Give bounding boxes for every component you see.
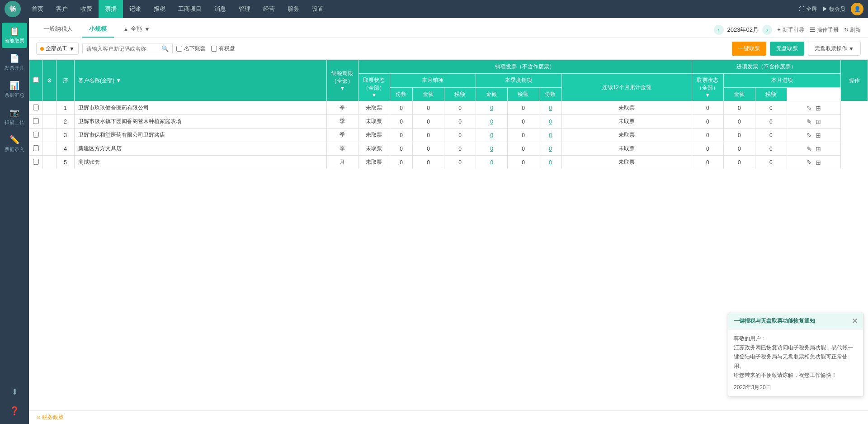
row-cumulative: 0 (539, 129, 561, 142)
row-sales-status: 未取票 (358, 129, 390, 142)
one-click-button[interactable]: 一键取票 (732, 42, 766, 56)
search-icon[interactable]: 🔍 (161, 45, 169, 52)
edit-icon[interactable]: ✎ (807, 118, 812, 125)
row-check[interactable] (29, 101, 43, 115)
sidebar-item-bottom-settings[interactable]: ⬇ (2, 383, 27, 400)
nav-item-settings[interactable]: 设置 (306, 0, 330, 18)
sidebar-item-label: 智能取票 (5, 38, 24, 44)
nav-item-operate[interactable]: 经营 (257, 0, 281, 18)
row-settings (43, 156, 57, 169)
filter-taxdisk-label: 有税盘 (219, 45, 235, 52)
edit-icon[interactable]: ✎ (807, 105, 812, 112)
filter-taxdisk[interactable]: 有税盘 (211, 45, 235, 52)
th-settings: ⚙ (43, 60, 57, 101)
nav-item-fee[interactable]: 收费 (74, 0, 99, 18)
sidebar-item-help[interactable]: ❓ (2, 402, 27, 419)
member-button[interactable]: ▶ 畅会员 (822, 5, 845, 13)
no-disk-button[interactable]: 无盘取票 (770, 42, 804, 56)
row-check[interactable] (29, 129, 43, 142)
sidebar-item-scan[interactable]: 📷 扫描上传 (2, 104, 27, 129)
search-box: 🔍 (82, 43, 173, 54)
nav-item-message[interactable]: 消息 (208, 0, 232, 18)
edit-icon[interactable]: ✎ (807, 159, 812, 166)
sidebar-item-entry[interactable]: ✏️ 票据录入 (2, 131, 27, 157)
row-purchase-amount: 0 (723, 115, 755, 129)
filter-account[interactable]: 名下账套 (176, 45, 206, 52)
row-check[interactable] (29, 156, 43, 169)
select-all-checkbox[interactable] (33, 77, 39, 83)
detail-icon[interactable]: ⊞ (816, 118, 821, 125)
toolbar-right: 一键取票 无盘取票 无盘取票操作 ▼ (732, 42, 861, 56)
sidebar-item-issue-invoice[interactable]: 📄 发票开具 (2, 50, 27, 75)
nav-item-tax[interactable]: 报税 (147, 0, 172, 18)
row-name: 卫辉市玖玖健合医药有限公司 (75, 101, 327, 115)
row-name: 卫辉市汲水镇下园闻香阁营木种植家庭农场 (75, 115, 327, 129)
notification-popup: 一键报税与无盘取票功能恢复通知 ✕ 尊敬的用户： 江苏政务网已恢复访问电子税务局… (728, 313, 863, 397)
help-icon: ❓ (9, 406, 19, 416)
th-actions: 操作 (841, 60, 868, 101)
detail-icon[interactable]: ⊞ (816, 145, 821, 152)
issue-invoice-icon: 📄 (9, 53, 19, 63)
tab-all[interactable]: ▲ 全能 ▼ (116, 21, 157, 38)
app-logo: 畅 (5, 1, 21, 17)
notification-close-button[interactable]: ✕ (852, 317, 858, 325)
employee-dot (40, 47, 44, 51)
notification-body: 尊敬的用户： 江苏政务网已恢复访问电子税务局功能，易代账一键登陆电子税务局与无盘… (728, 329, 863, 396)
sidebar-item-label: 票据汇总 (5, 92, 24, 99)
tax-policy-link[interactable]: ⊙ 税务政策 (36, 414, 64, 421)
nav-item-commerce[interactable]: 工商项目 (172, 0, 208, 18)
nav-item-invoice[interactable]: 票据 (99, 0, 123, 18)
row-settings (43, 129, 57, 142)
row-check[interactable] (29, 142, 43, 156)
th-period: 纳税期限（全部）▼ (326, 60, 358, 101)
bottom-bar: ⊙ 税务政策 (29, 410, 868, 424)
th-check (29, 60, 43, 101)
tab-small-scale[interactable]: 小规模 (82, 21, 114, 38)
filter-account-checkbox[interactable] (176, 46, 182, 52)
edit-icon[interactable]: ✎ (807, 132, 812, 139)
row-sales-tax: 0 (444, 129, 476, 142)
search-input[interactable] (86, 46, 160, 52)
row-purchase-tax: 0 (755, 115, 787, 129)
row-check[interactable] (29, 115, 43, 129)
no-disk-ops-button[interactable]: 无盘取票操作 ▼ (808, 42, 861, 56)
nav-item-service[interactable]: 服务 (281, 0, 306, 18)
sidebar-item-smart-invoice[interactable]: 📋 智能取票 (2, 23, 27, 48)
row-no: 5 (57, 156, 75, 169)
row-sales-num: 0 (390, 142, 412, 156)
nav-item-client[interactable]: 客户 (50, 0, 74, 18)
refresh-button[interactable]: ↻ 刷新 (844, 26, 861, 34)
row-period: 季 (326, 101, 358, 115)
row-cumulative: 0 (539, 115, 561, 129)
row-sales-num: 0 (390, 115, 412, 129)
nav-item-manage[interactable]: 管理 (232, 0, 257, 18)
filter-taxdisk-checkbox[interactable] (211, 46, 217, 52)
manual-button[interactable]: ☰ 操作手册 (810, 26, 838, 34)
date-nav: ‹ 2023年02月 › (714, 25, 772, 35)
row-purchase-tax: 0 (755, 156, 787, 169)
dropdown-arrow-icon: ▼ (849, 46, 854, 52)
nav-item-account[interactable]: 记账 (123, 0, 147, 18)
no-disk-ops-label: 无盘取票操作 (815, 45, 847, 52)
detail-icon[interactable]: ⊞ (816, 132, 821, 139)
next-month-button[interactable]: › (762, 25, 772, 35)
row-cumulative: 0 (539, 101, 561, 115)
guide-button[interactable]: ✦ 新手引导 (777, 26, 804, 34)
prev-month-button[interactable]: ‹ (714, 25, 724, 35)
avatar[interactable]: 👤 (851, 3, 863, 15)
row-no: 1 (57, 101, 75, 115)
nav-item-home[interactable]: 首页 (25, 0, 50, 18)
row-quarter-amount: 0 (476, 129, 507, 142)
fullscreen-button[interactable]: ⛶ 全屏 (799, 5, 816, 13)
tab-general-taxpayer[interactable]: 一般纳税人 (36, 21, 80, 38)
row-sales-num: 0 (390, 156, 412, 169)
all-tab-icon: ▲ (123, 26, 129, 33)
scan-icon: 📷 (9, 108, 19, 118)
detail-icon[interactable]: ⊞ (816, 105, 821, 112)
employee-select[interactable]: 全部员工 ▼ (36, 43, 79, 55)
th-quarter-amount: 金额 (476, 87, 507, 101)
detail-icon[interactable]: ⊞ (816, 159, 821, 166)
smart-invoice-icon: 📋 (9, 26, 19, 36)
edit-icon[interactable]: ✎ (807, 145, 812, 152)
sidebar-item-summary[interactable]: 📊 票据汇总 (2, 77, 27, 102)
